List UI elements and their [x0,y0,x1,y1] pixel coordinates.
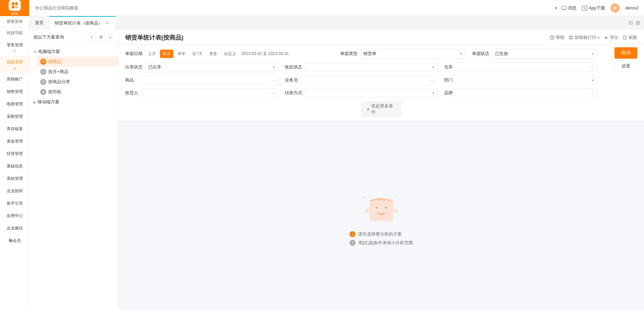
tab-close-icon[interactable]: ✕ [105,20,110,26]
settings-scheme-btn[interactable]: ⚙ [97,34,105,41]
filter-area: 单据日期 上月 本月 本年 近7天 更多 自定义 2023-03-01 至 20… [118,45,644,121]
app-download-btn[interactable]: App下载 [582,5,605,11]
content-area: 按以下方案查询 + ⚙ « ▼ 电脑端方案 商 按商品 [30,30,644,310]
svg-rect-3 [15,6,18,8]
sidebar-item-wholesale[interactable]: 批发管理 ▴ [0,56,29,73]
template-print-btn[interactable]: 按模板打印 ▾ [569,35,600,41]
refresh-btn[interactable]: 刷新 [623,35,637,41]
topbar-dropdown[interactable]: ▾ [555,6,557,10]
doc-status-control[interactable]: 已生效 ▾ [492,49,597,59]
sidebar-item-purchase[interactable]: 采购管理 [0,110,29,123]
doc-status-value: 已生效 [495,51,592,57]
sidebar-item-arrow: ▴ [14,66,15,70]
tree-child-by-product[interactable]: 商 按商品 [36,57,118,67]
storage-control[interactable]: ··· [455,62,597,72]
date-btn-more[interactable]: 更多 [207,50,220,58]
template-print-dropdown[interactable]: ▾ [598,36,600,40]
tab-home[interactable]: 首页 [30,16,49,30]
help-btn[interactable]: 帮助 [550,35,565,41]
filter-row-3: 商品 ··· 业务员 ··· [125,75,637,85]
sidebar-item-operations[interactable]: 经营管理 [0,148,29,160]
date-btn-this-year[interactable]: 本年 [175,50,188,58]
date-btn-custom[interactable]: 自定义 [221,50,239,58]
user-name[interactable]: demo2 [625,5,639,10]
sidebar-item-marketing[interactable]: 营销推广 [0,73,29,86]
sidebar-item-enterprise[interactable]: 企业协同 [0,185,29,197]
topbar: 办公用品行业模拟账套 ▾ 消息 App下载 E demo2 [30,0,644,16]
tabbar: 首页 销货单统计表（按商品） ✕ ⊟ ⊞ [30,16,644,30]
settings-button[interactable]: 设置 [614,61,637,71]
app-logo[interactable]: 标账 [0,0,29,16]
app-download-label: App下载 [589,5,605,11]
date-btn-7days[interactable]: 近7天 [190,50,205,58]
sidebar-item-apps[interactable]: 应用中心 [0,210,29,222]
sidebar-item-system[interactable]: 系统管理 [0,172,29,185]
collapse-panel-btn[interactable]: « [107,34,114,41]
sidebar-item-ecommerce[interactable]: 电商管理 [0,98,29,110]
tree-child-by-month-product[interactable]: 按 按月+商品 [36,67,118,77]
doc-type-control[interactable]: 销货单 ▾ [360,49,465,59]
sidebar-item-label: 应用中心 [7,213,23,219]
date-label: 单据日期 [125,51,143,57]
date-btn-this-month[interactable]: 本月 [160,50,173,58]
sidebar-item-label: 销售管理 [7,89,23,95]
sidebar-item-retail[interactable]: 零售管理 ▾ [0,39,29,56]
brand-dots: ··· [590,90,594,96]
add-scheme-btn[interactable]: + [88,34,95,41]
tree-child-by-cashier[interactable]: 按 按司机 [36,87,118,97]
svg-rect-1 [15,2,18,5]
template-print-label: 按模板打印 [575,35,596,41]
sidebar-item-basic[interactable]: 基础信息 [0,160,29,172]
query-button[interactable]: 查询 [614,47,637,59]
tree-child-label: 按商品分类 [48,79,70,85]
hint-1-num: 1 [350,231,356,237]
tree-desktop-children: 商 按商品 按 按月+商品 按 按商品分类 按 按司机 [30,57,118,97]
product-control[interactable]: ··· [137,75,278,85]
payment-label: 收款状态 [285,64,302,70]
sidebar-item-finance[interactable]: 资金管理 [0,135,29,148]
page-header: 销货单统计表(按商品) 帮助 按模板打印 ▾ 导出 [118,30,644,45]
brand-control[interactable]: ··· [455,88,597,98]
tree-child-label: 按司机 [48,89,61,95]
hint-1: 1 请先选择要分析的方案 [350,231,413,237]
tab-report[interactable]: 销货单统计表（按商品） ✕ [49,16,116,30]
sidebar-item-arrow: ▾ [14,49,15,53]
sidebar-item-wechat[interactable]: 企业微信 [0,222,29,235]
refresh-label: 刷新 [629,35,637,41]
export-btn[interactable]: 导出 [604,35,619,41]
svg-rect-8 [569,37,573,39]
brand-label: 品牌 [444,90,453,96]
filter-doc-type: 单据类型 销货单 ▾ [340,49,465,59]
tree-child-by-category[interactable]: 按 按商品分类 [36,77,118,87]
sidebar-item-sales[interactable]: 销售管理 [0,86,29,98]
sidebar-quick-nav[interactable]: 快捷导航 [0,28,29,39]
left-panel-title: 按以下方案查询 [34,34,86,40]
tree-child-label: 按月+商品 [48,69,68,75]
payment-control[interactable]: ▾ [305,63,438,71]
filter-department: 部门 ▾ [444,76,597,85]
svg-text:✦: ✦ [395,194,397,198]
department-control[interactable]: ▾ [455,76,597,85]
tab-minimize-icon[interactable]: ⊟ [629,19,633,26]
tab-expand-actions: ⊟ ⊞ [625,19,644,26]
tree-desktop-label: 电脑端方案 [38,49,60,55]
filter-row-4: 收货人 ··· 结算方式 ▾ [125,88,637,98]
collapse-btn[interactable]: ∧ 收起更多条件 [361,101,401,117]
user-avatar[interactable]: E [610,3,620,13]
warehouse-control[interactable]: 已出库 ▾ [145,62,278,72]
tab-report-label: 销货单统计表（按商品） [55,20,103,26]
sidebar-item-inventory[interactable]: 库存核算 [0,123,29,135]
date-btn-last-month[interactable]: 上月 [145,50,159,58]
left-panel-icons: + ⚙ « [88,34,114,41]
sidebar-search[interactable]: 搜索菜单 [0,16,29,28]
tree-desktop-parent[interactable]: ▼ 电脑端方案 [30,47,118,57]
sidebar-item-member[interactable]: 畅会员 [0,235,29,247]
salesman-control[interactable]: ··· [301,75,438,85]
svg-point-14 [364,208,370,214]
sidebar-item-newbie[interactable]: 新手引导 [0,197,29,210]
settlement-control[interactable]: ▾ [305,89,438,97]
message-btn[interactable]: 消息 [561,5,577,11]
consignee-control[interactable]: ··· [141,88,278,98]
tree-mobile-parent[interactable]: ▶ 移动端方案 [30,97,118,107]
tab-maximize-icon[interactable]: ⊞ [636,19,640,26]
